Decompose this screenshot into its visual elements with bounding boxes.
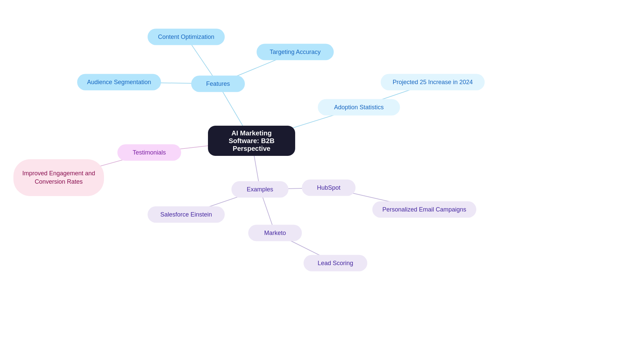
salesforce-einstein-label: Salesforce Einstein — [160, 211, 212, 218]
personalized-email-label: Personalized Email Campaigns — [382, 206, 466, 213]
salesforce-einstein-node: Salesforce Einstein — [148, 206, 225, 223]
hubspot-node: HubSpot — [302, 180, 356, 196]
center-label: AI Marketing Software: B2B Perspective — [216, 129, 287, 153]
adoption-statistics-node: Adoption Statistics — [318, 99, 400, 116]
projected-increase-label: Projected 25 Increase in 2024 — [392, 79, 473, 86]
examples-label: Examples — [247, 186, 273, 193]
personalized-email-node: Personalized Email Campaigns — [372, 201, 476, 218]
center-node: AI Marketing Software: B2B Perspective — [208, 126, 295, 156]
content-optimization-node: Content Optimization — [148, 29, 225, 45]
targeting-accuracy-node: Targeting Accuracy — [257, 44, 334, 60]
content-optimization-label: Content Optimization — [158, 34, 214, 41]
features-node: Features — [191, 76, 245, 92]
audience-segmentation-node: Audience Segmentation — [77, 74, 161, 90]
projected-increase-node: Projected 25 Increase in 2024 — [381, 74, 485, 90]
examples-node: Examples — [231, 181, 288, 198]
audience-segmentation-label: Audience Segmentation — [87, 79, 151, 86]
hubspot-label: HubSpot — [317, 184, 340, 191]
improved-engagement-node: Improved Engagement and Conversion Rates — [13, 159, 104, 196]
features-label: Features — [206, 80, 230, 87]
marketo-node: Marketo — [248, 225, 302, 241]
adoption-statistics-label: Adoption Statistics — [334, 104, 384, 111]
targeting-accuracy-label: Targeting Accuracy — [270, 49, 321, 56]
lead-scoring-label: Lead Scoring — [318, 260, 353, 267]
testimonials-node: Testimonials — [117, 144, 181, 161]
improved-engagement-label: Improved Engagement and Conversion Rates — [21, 169, 96, 186]
testimonials-label: Testimonials — [132, 149, 166, 156]
lead-scoring-node: Lead Scoring — [304, 255, 367, 271]
marketo-label: Marketo — [264, 230, 286, 237]
